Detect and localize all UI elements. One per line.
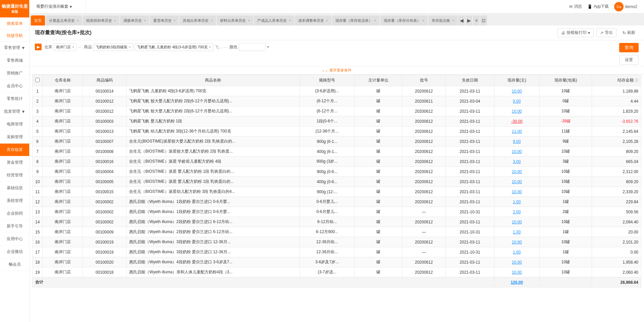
sidebar-item-retail-mgmt[interactable]: 零售管理 ▼ bbox=[0, 42, 29, 54]
cell-qty-main[interactable]: 10.00 bbox=[494, 187, 539, 197]
cell-qty-main[interactable]: -39.00 bbox=[494, 116, 539, 126]
filter-settings-button[interactable]: 设置 bbox=[619, 55, 639, 65]
tab-close-icon[interactable]: × bbox=[114, 19, 116, 22]
sidebar-item-retail-store[interactable]: 零售商城 bbox=[0, 54, 29, 67]
filter-expand-button[interactable]: ▶ bbox=[35, 44, 42, 50]
product-tag-2[interactable]: 飞鹤星飞帆 儿童奶粉 4段(3-6岁适用) 700克 × bbox=[135, 43, 213, 51]
sidebar-item-ecommerce[interactable]: 电商管理 bbox=[0, 118, 29, 131]
cell-qty-main[interactable]: 2.00 bbox=[494, 207, 539, 217]
cell-qty-main[interactable]: 3.00 bbox=[494, 157, 539, 167]
product-extra-dots[interactable]: ··· bbox=[223, 45, 227, 49]
tab-close-icon[interactable]: × bbox=[211, 19, 213, 22]
tab-request[interactable]: 要货单历史 × bbox=[150, 15, 179, 25]
tab-close-icon[interactable]: × bbox=[144, 19, 146, 22]
tab-other-out[interactable]: 其他出库单历史 × bbox=[179, 15, 216, 25]
product-tag-1[interactable]: 飞鹤奶粉3段四罐装 × bbox=[93, 43, 133, 51]
tag-close-icon[interactable]: × bbox=[129, 45, 131, 49]
cell-qty-main[interactable]: 0.00 bbox=[494, 96, 539, 106]
tab-menu-btn[interactable]: ⊡ bbox=[480, 15, 487, 25]
export-button[interactable]: ↗ 导出 bbox=[596, 28, 616, 37]
sidebar-item-basic[interactable]: 基础信息 bbox=[0, 182, 29, 195]
sidebar-shortcut[interactable]: 快捷导航 bbox=[0, 30, 29, 42]
tab-cost-adjust[interactable]: 成本调整单历史 × bbox=[295, 15, 331, 25]
sidebar-item-finance[interactable]: 资金管理 bbox=[0, 156, 29, 169]
cell-qty-main[interactable]: 10.00 bbox=[494, 267, 539, 277]
cell-qty-pkg: 1罐 bbox=[539, 197, 592, 207]
tab-prev-btn[interactable]: ◀ bbox=[458, 15, 465, 25]
cell-spec: (3-7岁适... bbox=[300, 267, 355, 277]
cell-batch: 20200612 bbox=[402, 147, 446, 157]
tab-transfer[interactable]: 调拨单历史 × bbox=[120, 15, 149, 25]
cell-qty-main[interactable]: 10.00 bbox=[494, 147, 539, 157]
cell-expire: 2021-03-11 bbox=[446, 147, 494, 157]
cell-qty-main[interactable]: 10.00 bbox=[494, 257, 539, 267]
cell-qty-main[interactable]: 1.00 bbox=[494, 227, 539, 237]
cell-unit: 罐 bbox=[355, 217, 402, 227]
sidebar-item-weixin[interactable]: 企业微信 bbox=[0, 246, 29, 258]
print-button[interactable]: 🖨 按模板打印 ▾ bbox=[557, 28, 594, 37]
th-checkbox[interactable] bbox=[33, 75, 43, 86]
cell-qty-main[interactable]: 1.00 bbox=[494, 247, 539, 257]
cell-qty-main[interactable]: 10.00 bbox=[494, 217, 539, 227]
account-dropdown[interactable]: 母婴行业演示账套 ▾ bbox=[32, 0, 86, 13]
tab-material-out[interactable]: 材料出库单历史 × bbox=[217, 15, 253, 25]
tab-close-all-btn[interactable]: × bbox=[473, 15, 480, 25]
tag-close-icon[interactable]: × bbox=[72, 45, 74, 49]
sidebar-item-corp[interactable]: 企业协同 bbox=[0, 207, 29, 220]
sidebar-item-guide[interactable]: 新手引导 bbox=[0, 220, 29, 233]
footer-qty[interactable]: 126.00 bbox=[494, 277, 539, 287]
app-download-action[interactable]: 📱 App下载 bbox=[587, 4, 609, 9]
sidebar-item-wholesale[interactable]: 批发管理 ▼ bbox=[0, 105, 29, 118]
tab-close-icon[interactable]: × bbox=[289, 19, 291, 22]
tag-close-icon[interactable]: × bbox=[209, 45, 211, 49]
message-action[interactable]: ✉ 消息 bbox=[569, 4, 582, 9]
cell-expire: 2021-03-11 bbox=[446, 167, 494, 177]
expand-more-conditions[interactable]: ⌄⌄ 展开更多条件 bbox=[30, 66, 644, 74]
tab-batch-voucher[interactable]: 库存批次账 × bbox=[428, 15, 458, 25]
sidebar-item-retail-stats[interactable]: 零售统计 bbox=[0, 93, 29, 105]
tab-stock-dist[interactable]: 现存量（库存分布表） × bbox=[380, 15, 428, 25]
tab-inventory-split[interactable]: 分量盘点单历史 × bbox=[46, 15, 82, 25]
sidebar-item-inventory[interactable]: 库存核算 bbox=[0, 144, 29, 156]
warehouse-tag[interactable]: 南岸门店 × bbox=[54, 43, 76, 51]
tab-disassembly[interactable]: 组装拆卸单历史 × bbox=[83, 15, 119, 25]
sidebar-item-marketing[interactable]: 营销推广 bbox=[0, 67, 29, 80]
sidebar-item-member[interactable]: 会员中心 bbox=[0, 80, 29, 93]
select-all-checkbox[interactable] bbox=[35, 78, 40, 82]
sidebar-item-apps[interactable]: 应用中心 bbox=[0, 233, 29, 246]
tab-close-icon[interactable]: × bbox=[452, 19, 454, 22]
tab-close-icon[interactable]: × bbox=[374, 19, 376, 22]
cell-qty-main[interactable]: 10.00 bbox=[494, 106, 539, 116]
color-chevron-icon[interactable]: ▾ bbox=[267, 45, 269, 49]
query-button[interactable]: 按模板打印 查询 bbox=[619, 43, 639, 52]
cell-qty-main[interactable]: 10.00 bbox=[494, 86, 539, 96]
refresh-button[interactable]: ↻ 刷新 bbox=[619, 29, 639, 37]
tab-close-icon[interactable]: × bbox=[326, 19, 328, 22]
tab-home[interactable]: 首页 bbox=[31, 15, 45, 25]
cell-qty-main[interactable]: 11.00 bbox=[494, 126, 539, 137]
sidebar-item-vip[interactable]: 畅会员 bbox=[0, 258, 29, 271]
cell-qty-main[interactable]: 1.00 bbox=[494, 197, 539, 207]
user-menu[interactable]: Ea demo2 bbox=[614, 2, 637, 11]
tab-product-in[interactable]: 产成品入库单历史 × bbox=[254, 15, 294, 25]
tab-close-icon[interactable]: × bbox=[248, 19, 250, 22]
cell-qty-main[interactable]: 9.00 bbox=[494, 137, 539, 147]
tab-close-icon[interactable]: × bbox=[423, 19, 425, 22]
tab-close-icon[interactable]: × bbox=[174, 19, 176, 22]
sidebar-item-operation[interactable]: 经营管理 bbox=[0, 169, 29, 182]
sidebar-search[interactable]: 搜索菜单 bbox=[0, 17, 29, 30]
top-actions: ✉ 消息 📱 App下载 Ea demo2 bbox=[569, 2, 641, 11]
cell-qty-main[interactable]: 10.00 bbox=[494, 177, 539, 187]
cell-expire: 2021-03-11 bbox=[446, 187, 494, 197]
tab-stock-status[interactable]: 现存量（库存状况表） × bbox=[332, 15, 380, 25]
cell-qty-main[interactable]: 10.00 bbox=[494, 237, 539, 247]
warehouse-more-dots[interactable]: ··· bbox=[78, 45, 81, 49]
cell-no: 11 bbox=[33, 187, 43, 197]
amount-info-icon[interactable]: ⓘ bbox=[635, 78, 638, 82]
cell-qty-main[interactable]: 10.00 bbox=[494, 167, 539, 177]
tab-next-btn[interactable]: ▶ bbox=[466, 15, 472, 25]
sidebar-item-purchase[interactable]: 采购管理 bbox=[0, 131, 29, 144]
product-more-dots[interactable]: 飞... bbox=[215, 44, 222, 50]
tab-close-icon[interactable]: × bbox=[77, 19, 79, 22]
sidebar-item-system[interactable]: 系统管理 bbox=[0, 195, 29, 207]
